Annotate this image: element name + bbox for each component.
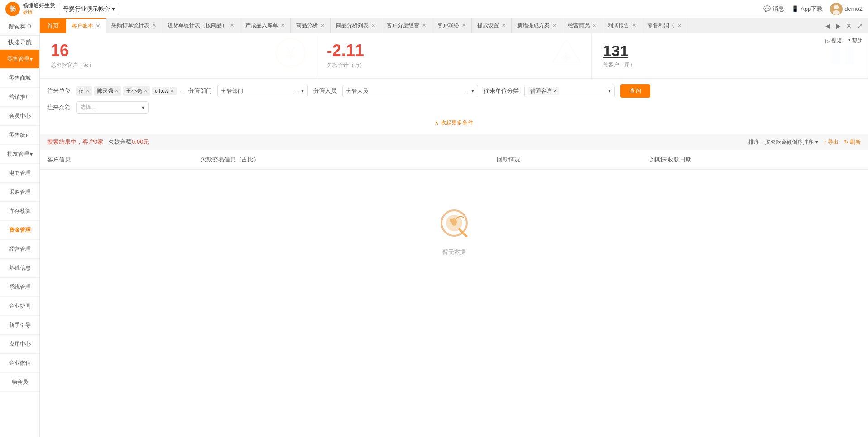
close-tab-customer-tier[interactable]: ✕	[422, 23, 426, 28]
svg-rect-7	[831, 42, 840, 64]
svg-point-11	[451, 218, 457, 226]
tab-retail-profit[interactable]: 零售利润（ ✕	[642, 18, 687, 33]
close-tab-incoming-stats[interactable]: ✕	[230, 23, 234, 28]
sidebar-item-retail-stats[interactable]: 零售统计	[0, 126, 39, 145]
tab-incoming-stats[interactable]: 进货单统计表（按商品） ✕	[162, 18, 240, 33]
sidebar-item-finance-mgmt[interactable]: 资金管理	[0, 221, 39, 240]
stat-credit-customers-label: 总欠款客户（家）	[51, 62, 94, 69]
sidebar-item-retail-mall[interactable]: 零售商城	[0, 69, 39, 88]
dept-filter-select[interactable]: 分管部门 ··· ▾	[217, 85, 308, 97]
data-table: 客户信息 欠款交易信息（占比） 回款情况 到期未收款日期	[40, 150, 868, 170]
close-tab-retail-profit[interactable]: ✕	[677, 23, 681, 28]
sidebar-item-purchase-mgmt[interactable]: 采购管理	[0, 183, 39, 202]
tab-next-button[interactable]: ▶	[834, 21, 843, 30]
close-tab-ops-situation[interactable]: ✕	[592, 23, 596, 28]
sidebar-quick-nav[interactable]: 快捷导航	[0, 36, 39, 50]
close-tab-goods-analysis-list[interactable]: ✕	[371, 23, 375, 28]
store-selector[interactable]: 母婴行业演示帐套 ▾	[59, 3, 119, 15]
close-tab-new-plan[interactable]: ✕	[552, 23, 556, 28]
stat-bg-icon-1: ◈	[551, 37, 582, 75]
stat-credit-amount-label: 欠款合计（万）	[327, 62, 365, 69]
tab-goods-analysis[interactable]: 商品分析 ✕	[291, 18, 331, 33]
page-content: 16 总欠款客户（家） ¥ -2.11 欠款合计（万） ◈ 131 总客户（家）	[40, 33, 868, 437]
result-bar: 搜索结果中，客户0家 欠款金额0.00元 排序：按欠款金额倒序排序 ▾ ↑ 导出…	[40, 134, 868, 150]
sidebar-item-member-center[interactable]: 会员中心	[0, 107, 39, 126]
sidebar-item-system-mgmt[interactable]: 系统管理	[0, 278, 39, 297]
tab-prev-button[interactable]: ◀	[824, 21, 832, 30]
sidebar-item-basic-info[interactable]: 基础信息	[0, 259, 39, 278]
logo-text: 畅捷通好生意 标版	[23, 2, 55, 16]
close-tab-mention-settings[interactable]: ✕	[502, 23, 506, 28]
unit-type-filter-select[interactable]: 普通客户 ✕ ▾	[524, 85, 615, 97]
tab-purchase-order[interactable]: 采购订单统计表 ✕	[106, 18, 162, 33]
close-tab-product-entry[interactable]: ✕	[281, 23, 285, 28]
export-button[interactable]: ↑ 导出	[824, 138, 839, 146]
message-button[interactable]: 💬 消息	[763, 5, 784, 13]
balance-filter-select[interactable]: 选择... ▾	[76, 101, 149, 114]
tab-customer-contact[interactable]: 客户联络 ✕	[432, 18, 472, 33]
stat-bg-icon-0: ¥	[275, 37, 307, 75]
unit-tag-cjttcw: cjttcw ✕	[152, 87, 177, 95]
tab-goods-analysis-list[interactable]: 商品分析列表 ✕	[331, 18, 381, 33]
help-link[interactable]: ? 帮助	[847, 37, 863, 45]
remove-unit-cjttcw[interactable]: ✕	[170, 88, 174, 94]
svg-point-13	[450, 219, 452, 222]
sidebar-item-inventory[interactable]: 库存核算	[0, 202, 39, 221]
tab-new-plan[interactable]: 新增提成方案 ✕	[512, 18, 562, 33]
more-unit-tags[interactable]: ···	[178, 88, 183, 94]
sidebar-item-enterprise-wechat[interactable]: 企业微信	[0, 354, 39, 373]
tab-home[interactable]: 首页	[40, 18, 66, 33]
app-download-button[interactable]: 📱 App下载	[791, 5, 823, 13]
tab-mention-settings[interactable]: 提成设置 ✕	[472, 18, 512, 33]
sidebar-item-ops-mgmt[interactable]: 经营管理	[0, 240, 39, 259]
collapse-filters-button[interactable]: ∧ 收起更多条件	[435, 117, 473, 128]
logo-area: 畅 畅捷通好生意 标版	[5, 2, 55, 16]
tab-customer-tier[interactable]: 客户分层经营 ✕	[381, 18, 432, 33]
sidebar-item-ecommerce-mgmt[interactable]: 电商管理	[0, 164, 39, 183]
unit-tag-chen: 陈民强 ✕	[94, 86, 121, 96]
tab-product-entry[interactable]: 产成品入库单 ✕	[240, 18, 291, 33]
close-tab-goods-analysis[interactable]: ✕	[321, 23, 325, 28]
tab-maximize-button[interactable]: ⤢	[855, 21, 864, 30]
sidebar-search[interactable]: 搜索菜单	[0, 18, 39, 36]
remove-unit-wu[interactable]: ✕	[86, 88, 90, 94]
close-tab-customer-contact[interactable]: ✕	[462, 23, 466, 28]
message-icon: 💬	[763, 5, 771, 12]
col-customer-info: 客户信息	[40, 150, 193, 170]
sidebar-item-retail-mgmt[interactable]: 零售管理▾	[0, 50, 39, 69]
sidebar-item-enterprise-collab[interactable]: 企业协同	[0, 297, 39, 316]
unit-filter-label: 往来单位	[47, 87, 71, 95]
close-tab-purchase-order[interactable]: ✕	[152, 23, 156, 28]
top-bar-right: 💬 消息 📱 App下载 demo2	[763, 3, 863, 15]
close-tab-profit-report[interactable]: ✕	[632, 23, 636, 28]
sidebar-item-app-center[interactable]: 应用中心	[0, 335, 39, 354]
avatar	[830, 3, 843, 15]
result-info: 搜索结果中，客户0家 欠款金额0.00元	[47, 138, 149, 146]
refresh-icon: ↻	[844, 139, 849, 145]
svg-text:¥: ¥	[286, 44, 296, 62]
refresh-button[interactable]: ↻ 刷新	[844, 138, 861, 146]
remove-unit-wang[interactable]: ✕	[144, 88, 148, 94]
sidebar-item-member[interactable]: 畅会员	[0, 373, 39, 392]
video-link[interactable]: ▷ 视频	[825, 37, 842, 45]
svg-text:◈: ◈	[561, 49, 571, 63]
empty-text: 暂无数据	[442, 248, 466, 256]
tab-profit-report[interactable]: 利润报告 ✕	[602, 18, 642, 33]
export-icon: ↑	[824, 139, 826, 145]
sidebar-item-new-guide[interactable]: 新手引导	[0, 316, 39, 335]
user-menu[interactable]: demo2	[830, 3, 863, 15]
sidebar-item-wholesale-mgmt[interactable]: 批发管理▾	[0, 145, 39, 164]
query-button[interactable]: 查询	[620, 84, 650, 98]
chevron-down-icon: ▾	[301, 88, 304, 94]
person-filter-select[interactable]: 分管人员 ··· ▾	[342, 85, 478, 97]
remove-unit-type-normal[interactable]: ✕	[553, 88, 557, 94]
sidebar-item-marketing[interactable]: 营销推广	[0, 88, 39, 107]
tab-ops-situation[interactable]: 经营情况 ✕	[562, 18, 602, 33]
sort-selector[interactable]: 排序：按欠款金额倒序排序 ▾	[748, 138, 818, 146]
tab-close-all-button[interactable]: ✕	[844, 21, 854, 30]
stat-credit-customers: 16 总欠款客户（家） ¥	[40, 33, 316, 78]
tab-customer-book[interactable]: 客户账本 ✕	[66, 18, 106, 33]
remove-unit-chen[interactable]: ✕	[115, 88, 119, 94]
unit-tag-container: 伍 ✕ 陈民强 ✕ 王小亮 ✕ cjttcw ✕	[76, 86, 183, 96]
close-tab-customer-book[interactable]: ✕	[96, 23, 100, 29]
